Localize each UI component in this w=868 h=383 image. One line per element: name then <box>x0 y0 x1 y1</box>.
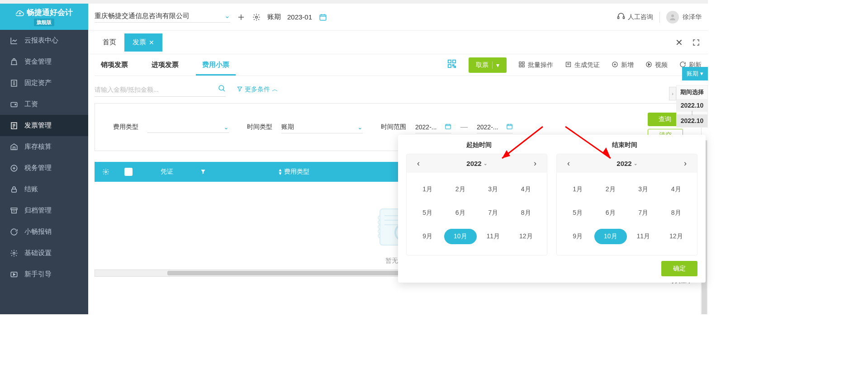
svg-rect-26 <box>507 124 512 129</box>
gear-icon[interactable] <box>252 13 261 22</box>
month-option[interactable]: 2月 <box>594 182 627 197</box>
fetch-invoice-button[interactable]: 取票 ▾ <box>469 57 507 73</box>
prev-year-button[interactable]: ‹ <box>564 159 573 168</box>
brand-name: 畅捷通好会计 <box>27 7 73 18</box>
search-row: 更多条件 ︿ <box>95 76 702 103</box>
month-option[interactable]: 10月 <box>444 229 477 244</box>
sidebar-item-closing[interactable]: 结账 <box>0 179 88 200</box>
column-filter-icon[interactable] <box>194 169 212 175</box>
svg-rect-19 <box>519 65 521 66</box>
chevron-down-icon: ⌄ <box>634 161 637 166</box>
month-option[interactable]: 12月 <box>660 229 693 244</box>
period-tag[interactable]: 账期 ▾ <box>682 67 708 80</box>
month-option[interactable]: 5月 <box>561 205 594 221</box>
month-option[interactable]: 11月 <box>627 229 660 244</box>
end-date-input[interactable]: 2022-... <box>477 121 513 133</box>
money-bag-icon <box>10 58 18 66</box>
sidebar-item-tax[interactable]: 税务管理 <box>0 157 88 179</box>
sub-tab-expense-receipt[interactable]: 费用小票 <box>196 54 236 76</box>
month-option[interactable]: 3月 <box>627 182 660 197</box>
video-button[interactable]: 视频 <box>645 61 668 69</box>
button-label: 取票 <box>476 61 489 69</box>
month-option[interactable]: 7月 <box>627 205 660 221</box>
tab-label: 首页 <box>103 38 116 47</box>
more-filters-toggle[interactable]: 更多条件 ︿ <box>237 85 278 94</box>
sub-tab-input-invoice[interactable]: 进项发票 <box>145 54 185 76</box>
qr-code-icon[interactable] <box>447 59 457 71</box>
sub-tab-output-invoice[interactable]: 销项发票 <box>95 54 134 76</box>
start-date-input[interactable]: 2022-... <box>415 121 451 133</box>
month-option[interactable]: 5月 <box>411 205 444 221</box>
month-option[interactable]: 7月 <box>477 205 510 221</box>
sidebar-item-funds[interactable]: 资金管理 <box>0 51 88 72</box>
confirm-button[interactable]: 确定 <box>661 261 697 276</box>
month-option[interactable]: 2月 <box>444 182 477 197</box>
amount-search-input[interactable] <box>95 86 218 93</box>
month-option[interactable]: 8月 <box>660 205 693 221</box>
expense-type-select[interactable]: ⌄ <box>147 122 229 133</box>
period-panel-collapse[interactable]: › <box>669 87 676 100</box>
voucher-icon <box>565 61 572 69</box>
month-option[interactable]: 1月 <box>561 182 594 197</box>
end-date-title: 结束时间 <box>552 141 697 149</box>
button-label: 查询 <box>659 115 671 123</box>
month-option[interactable]: 6月 <box>444 205 477 221</box>
close-all-tabs-icon[interactable]: ✕ <box>674 37 684 48</box>
period-option[interactable]: 2022.10 <box>677 99 707 112</box>
generate-voucher-button[interactable]: 生成凭证 <box>565 61 600 69</box>
month-option[interactable]: 9月 <box>561 229 594 244</box>
calendar-icon[interactable] <box>318 13 327 22</box>
sidebar-item-archive[interactable]: 归档管理 <box>0 200 88 221</box>
batch-actions-button[interactable]: 批量操作 <box>518 61 553 69</box>
sidebar-item-inventory[interactable]: 库存核算 <box>0 136 88 157</box>
month-option[interactable]: 1月 <box>411 182 444 197</box>
close-icon[interactable]: ✕ <box>149 39 154 46</box>
filter-icon <box>237 86 243 94</box>
sidebar-label: 固定资产 <box>24 79 52 87</box>
sidebar-label: 新手引导 <box>24 270 52 279</box>
column-expense-type[interactable]: ▲▼费用类型 <box>212 168 375 176</box>
user-menu[interactable]: 徐泽华 <box>666 11 702 24</box>
month-option[interactable]: 8月 <box>510 205 543 221</box>
column-settings-icon[interactable] <box>95 168 117 175</box>
sidebar-item-invoice-management[interactable]: 发票管理 <box>0 115 88 136</box>
month-option[interactable]: 4月 <box>510 182 543 197</box>
sidebar-item-reimbursement[interactable]: 小畅报销 <box>0 221 88 242</box>
month-option[interactable]: 12月 <box>510 229 543 244</box>
tab-invoice[interactable]: 发票 ✕ <box>124 33 162 52</box>
next-year-button[interactable]: › <box>531 159 540 168</box>
chevron-down-icon: ⌄ <box>224 12 230 20</box>
year-selector[interactable]: 2022⌄ <box>617 160 637 167</box>
fullscreen-icon[interactable] <box>691 37 702 48</box>
search-icon[interactable] <box>218 84 226 95</box>
sidebar-item-settings[interactable]: 基础设置 <box>0 242 88 264</box>
period-side-panel: 期间选择 2022.10 | 2022.10 <box>676 85 708 128</box>
month-option[interactable]: 4月 <box>660 182 693 197</box>
month-option[interactable]: 10月 <box>594 229 627 244</box>
add-new-button[interactable]: 新增 <box>612 61 634 69</box>
sidebar-item-salary[interactable]: 工资 <box>0 94 88 115</box>
company-selector[interactable]: 重庆畅捷交通信息咨询有限公司 ⌄ <box>95 12 230 23</box>
time-type-select[interactable]: 账期 ⌄ <box>281 121 363 133</box>
month-option[interactable]: 9月 <box>411 229 444 244</box>
human-service-button[interactable]: 人工咨询 <box>617 12 653 22</box>
month-option[interactable]: 11月 <box>477 229 510 244</box>
next-year-button[interactable]: › <box>681 159 690 168</box>
period-tag-label: 账期 <box>687 70 698 77</box>
select-all-checkbox[interactable] <box>117 168 140 176</box>
prev-year-button[interactable]: ‹ <box>414 159 423 168</box>
period-option-label: 2022.10 <box>681 117 704 124</box>
column-voucher[interactable]: 凭证 <box>140 168 194 176</box>
month-option[interactable]: 3月 <box>477 182 510 197</box>
tab-home[interactable]: 首页 <box>95 33 124 52</box>
sidebar-item-guide[interactable]: 新手引导 <box>0 264 88 285</box>
sidebar-item-fixed-assets[interactable]: 固定资产 <box>0 72 88 94</box>
chevron-down-icon: ⌄ <box>357 123 363 131</box>
period-option[interactable]: 2022.10 <box>677 114 707 127</box>
avatar-icon <box>666 11 679 24</box>
month-option[interactable]: 6月 <box>594 205 627 221</box>
action-label: 批量操作 <box>528 61 553 69</box>
sidebar-item-report-center[interactable]: 云报表中心 <box>0 30 88 51</box>
year-selector[interactable]: 2022⌄ <box>466 160 487 167</box>
add-icon[interactable] <box>237 13 246 22</box>
